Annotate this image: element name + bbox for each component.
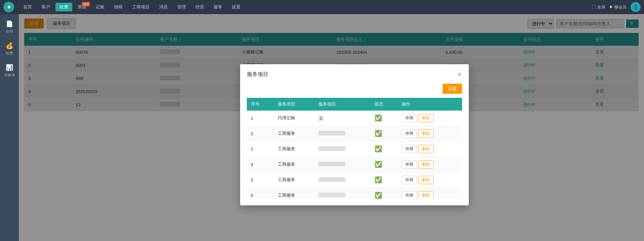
right-actions: ⛶ 全屏 ▶ 畅会员 👤 bbox=[592, 2, 641, 12]
modal-cell-type: 代理记账 bbox=[274, 111, 315, 126]
modal-cell-type: 工商服务 bbox=[274, 126, 315, 141]
modal-cell-actions: 停用 删除 bbox=[397, 188, 462, 199]
modal-table-row: 3 工商服务 ✅ 停用 删除 bbox=[247, 141, 462, 157]
modal-cell-seq: 5 bbox=[247, 172, 274, 188]
reconciliation-icon: 📊 bbox=[6, 64, 13, 71]
delete-button[interactable]: 删除 bbox=[418, 129, 434, 138]
service-modal: 服务项目 ✕ 新建 序号 服务类型 服务项目 状态 操作 bbox=[240, 64, 469, 205]
modal-table: 序号 服务类型 服务项目 状态 操作 1 代理记账 1 ✅ 停用 删除 2 工商… bbox=[247, 98, 462, 199]
top-nav: ✦ 首页 客户 收费 票据 new 记账 报税 工商项目 消息 管理 经营 服务… bbox=[0, 0, 644, 14]
sidebar-item-reconciliation-label: 对账单 bbox=[4, 73, 15, 78]
stop-button[interactable]: 停用 bbox=[402, 191, 417, 199]
modal-table-row: 6 工商服务 ✅ 停用 删除 bbox=[247, 188, 462, 199]
modal-scroll[interactable]: 序号 服务类型 服务项目 状态 操作 1 代理记账 1 ✅ 停用 删除 2 工商… bbox=[247, 98, 462, 199]
modal-cell-status: ✅ bbox=[371, 111, 397, 126]
modal-cell-seq: 3 bbox=[247, 141, 274, 157]
nav-items: 首页 客户 收费 票据 new 记账 报税 工商项目 消息 管理 经营 服务 设… bbox=[19, 3, 592, 11]
sidebar: 📄 合同 💰 收费 📊 对账单 bbox=[0, 14, 19, 241]
delete-button[interactable]: 删除 bbox=[418, 114, 434, 122]
modal-cell-seq: 2 bbox=[247, 126, 274, 141]
fullscreen-btn[interactable]: ⛶ 全屏 bbox=[592, 4, 605, 10]
modal-cell-status: ✅ bbox=[371, 172, 397, 188]
nav-item-bookkeeping[interactable]: 记账 bbox=[92, 3, 109, 11]
sidebar-item-contract-label: 合同 bbox=[6, 29, 13, 34]
stop-button[interactable]: 停用 bbox=[402, 160, 417, 169]
modal-cell-project bbox=[314, 141, 371, 157]
charge-icon: 💰 bbox=[6, 42, 13, 49]
modal-col-action: 操作 bbox=[397, 98, 462, 111]
sidebar-item-charge-label: 收费 bbox=[6, 51, 13, 56]
modal-cell-project bbox=[314, 172, 371, 188]
modal-close-button[interactable]: ✕ bbox=[457, 71, 462, 78]
modal-col-status: 状态 bbox=[371, 98, 397, 111]
modal-table-row: 1 代理记账 1 ✅ 停用 删除 bbox=[247, 111, 462, 126]
nav-item-settings[interactable]: 设置 bbox=[228, 3, 244, 11]
modal-cell-project bbox=[314, 126, 371, 141]
sidebar-item-contract[interactable]: 📄 合同 bbox=[1, 17, 18, 37]
nav-item-operation[interactable]: 经营 bbox=[191, 3, 208, 11]
main-layout: 📄 合同 💰 收费 📊 对账单 新增 服务项目 进行中 已结束 全部 bbox=[0, 14, 644, 241]
modal-col-project: 服务项目 bbox=[314, 98, 371, 111]
modal-col-type: 服务类型 bbox=[274, 98, 315, 111]
nav-item-tax[interactable]: 报税 bbox=[110, 3, 127, 11]
modal-cell-status: ✅ bbox=[371, 188, 397, 199]
modal-cell-type: 工商服务 bbox=[274, 157, 315, 172]
modal-cell-actions: 停用 删除 bbox=[397, 157, 462, 172]
modal-cell-actions: 停用 删除 bbox=[397, 141, 462, 157]
new-badge: new bbox=[82, 2, 90, 6]
modal-cell-actions: 停用 删除 bbox=[397, 126, 462, 141]
content-area: 新增 服务项目 进行中 已结束 全部 🔍 序号 合同编码 ↕ bbox=[19, 14, 644, 241]
nav-item-message[interactable]: 消息 bbox=[155, 3, 172, 11]
vip-btn[interactable]: ▶ 畅会员 bbox=[609, 4, 627, 10]
modal-table-row: 2 工商服务 ✅ 停用 删除 bbox=[247, 126, 462, 141]
sidebar-item-charge[interactable]: 💰 收费 bbox=[1, 39, 18, 58]
stop-button[interactable]: 停用 bbox=[402, 145, 417, 153]
modal-new-button[interactable]: 新建 bbox=[443, 84, 462, 94]
modal-cell-seq: 4 bbox=[247, 157, 274, 172]
modal-cell-seq: 1 bbox=[247, 111, 274, 126]
modal-cell-actions: 停用 删除 bbox=[397, 172, 462, 188]
modal-header: 服务项目 ✕ bbox=[247, 71, 462, 78]
delete-button[interactable]: 删除 bbox=[418, 145, 434, 153]
modal-cell-status: ✅ bbox=[371, 157, 397, 172]
modal-title: 服务项目 bbox=[247, 71, 268, 78]
nav-item-ticket[interactable]: 票据 new bbox=[74, 3, 90, 11]
nav-item-commerce[interactable]: 工商项目 bbox=[128, 3, 154, 11]
nav-item-charge[interactable]: 收费 bbox=[55, 3, 72, 11]
avatar[interactable]: 👤 bbox=[631, 2, 641, 12]
stop-button[interactable]: 停用 bbox=[402, 129, 417, 138]
sidebar-item-reconciliation[interactable]: 📊 对账单 bbox=[1, 61, 18, 80]
nav-item-home[interactable]: 首页 bbox=[19, 3, 36, 11]
modal-cell-project bbox=[314, 157, 371, 172]
modal-cell-status: ✅ bbox=[371, 126, 397, 141]
app-logo: ✦ bbox=[3, 2, 14, 12]
modal-cell-type: 工商服务 bbox=[274, 172, 315, 188]
stop-button[interactable]: 停用 bbox=[402, 114, 417, 122]
delete-button[interactable]: 删除 bbox=[418, 176, 434, 184]
modal-cell-actions: 停用 删除 bbox=[397, 111, 462, 126]
delete-button[interactable]: 删除 bbox=[418, 191, 434, 199]
modal-toolbar: 新建 bbox=[247, 84, 462, 94]
delete-button[interactable]: 删除 bbox=[418, 160, 434, 169]
modal-col-seq: 序号 bbox=[247, 98, 274, 111]
modal-cell-status: ✅ bbox=[371, 141, 397, 157]
modal-table-row: 5 工商服务 ✅ 停用 删除 bbox=[247, 172, 462, 188]
modal-table-row: 4 工商服务 ✅ 停用 删除 bbox=[247, 157, 462, 172]
modal-cell-type: 工商服务 bbox=[274, 141, 315, 157]
modal-cell-type: 工商服务 bbox=[274, 188, 315, 199]
modal-cell-seq: 6 bbox=[247, 188, 274, 199]
stop-button[interactable]: 停用 bbox=[402, 176, 417, 184]
contract-icon: 📄 bbox=[6, 20, 13, 28]
modal-cell-project bbox=[314, 188, 371, 199]
modal-cell-project: 1 bbox=[314, 111, 371, 126]
nav-item-manage[interactable]: 管理 bbox=[173, 3, 190, 11]
nav-item-client[interactable]: 客户 bbox=[37, 3, 54, 11]
nav-item-service[interactable]: 服务 bbox=[210, 3, 226, 11]
